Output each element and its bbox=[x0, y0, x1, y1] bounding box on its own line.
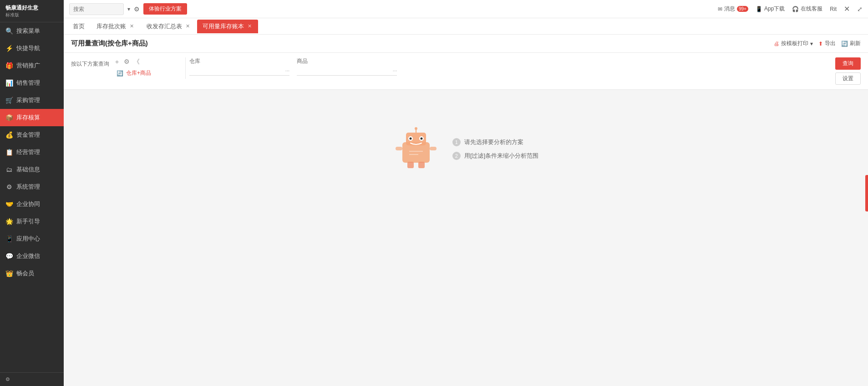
enterprise-icon: 🤝 bbox=[5, 201, 13, 208]
topbar-industry-btn[interactable]: 体验行业方案 bbox=[143, 3, 187, 15]
sidebar-item-shortcut[interactable]: ⚡ 快捷导航 bbox=[0, 40, 64, 57]
tab-batch[interactable]: 库存批次账✕ bbox=[91, 20, 140, 33]
scheme-item-warehouse-product[interactable]: 🔄 仓库+商品 bbox=[113, 67, 182, 79]
shortcut-icon: ⚡ bbox=[5, 45, 13, 52]
tip-text-1: 请先选择要分析的方案 bbox=[464, 138, 523, 146]
sidebar-label-shortcut: 快捷导航 bbox=[16, 44, 40, 52]
page-content: 可用量查询(按仓库+商品) 🖨 按模板打印 ▾ ⬆ 导出 🔄 刷新 bbox=[64, 35, 868, 386]
tab-close-available[interactable]: ✕ bbox=[247, 23, 253, 29]
topbar-expand-btn[interactable]: ⤢ bbox=[857, 5, 863, 13]
sidebar-item-finance[interactable]: 💰 资金管理 bbox=[0, 126, 64, 144]
sidebar-item-sales[interactable]: 📊 销售管理 bbox=[0, 74, 64, 92]
collapse-scheme-btn[interactable]: 《 bbox=[132, 57, 141, 66]
topbar-dropdown-btn[interactable]: ▾ bbox=[127, 6, 130, 12]
product-more-btn[interactable]: ··· bbox=[393, 68, 397, 73]
sidebar-label-search: 搜索菜单 bbox=[16, 27, 40, 35]
svg-rect-8 bbox=[396, 147, 402, 150]
filter-area: 按以下方案查询 ＋ ⚙ 《 🔄 仓库+商品 仓库 bbox=[64, 53, 868, 90]
sidebar-item-appcenter[interactable]: 📱 应用中心 bbox=[0, 230, 64, 247]
add-scheme-btn[interactable]: ＋ bbox=[113, 57, 121, 66]
sidebar-header: 畅康通好生意 标准版 bbox=[0, 0, 64, 22]
topbar-app-btn[interactable]: 📱 App下载 bbox=[756, 5, 785, 13]
sidebar-item-newguide[interactable]: 🌟 新手引导 bbox=[0, 213, 64, 230]
filter-field-product: 商品 ··· bbox=[297, 57, 397, 76]
print-icon: 🖨 bbox=[774, 41, 779, 47]
config-scheme-btn[interactable]: ⚙ bbox=[123, 57, 131, 66]
tabs-bar: 首页库存批次账✕收发存汇总表✕可用量库存账本✕ bbox=[64, 18, 868, 35]
filter-actions: 查询 设置 bbox=[835, 57, 861, 85]
tab-close-batch[interactable]: ✕ bbox=[129, 23, 135, 29]
sidebar-item-search[interactable]: 🔍 搜索菜单 bbox=[0, 22, 64, 40]
search-icon: 🔍 bbox=[5, 27, 13, 35]
sidebar-item-marketing[interactable]: 🎁 营销推广 bbox=[0, 57, 64, 74]
app-logo-sub: 标准版 bbox=[5, 12, 58, 18]
scheme-icon: 🔄 bbox=[117, 70, 123, 77]
tip-num-2: 2 bbox=[452, 152, 461, 160]
settings-icon: ⚙ bbox=[5, 376, 10, 382]
sidebar-label-newguide: 新手引导 bbox=[16, 217, 40, 226]
sidebar-item-member[interactable]: 👑 畅会员 bbox=[0, 265, 64, 282]
svg-rect-9 bbox=[430, 147, 437, 150]
refresh-label: 刷新 bbox=[850, 40, 861, 47]
product-input[interactable] bbox=[297, 67, 391, 74]
print-btn[interactable]: 🖨 按模板打印 ▾ bbox=[774, 40, 813, 47]
sidebar-label-marketing: 营销推广 bbox=[16, 62, 40, 70]
filter-field-warehouse: 仓库 ··· bbox=[189, 57, 289, 76]
tip-text-2: 用[过滤]条件来缩小分析范围 bbox=[464, 152, 538, 160]
topbar-user[interactable]: Rit bbox=[830, 6, 837, 12]
print-label: 按模板打印 bbox=[781, 40, 808, 47]
tab-label-home: 首页 bbox=[73, 22, 85, 31]
topbar: ▾ ⚙ 体验行业方案 ✉ 消息 99+ 📱 App下载 🎧 在线客服 Rit ✕… bbox=[64, 0, 868, 18]
main-area: ▾ ⚙ 体验行业方案 ✉ 消息 99+ 📱 App下载 🎧 在线客服 Rit ✕… bbox=[64, 0, 868, 386]
topbar-service-btn[interactable]: 🎧 在线客服 bbox=[792, 5, 822, 13]
settings-btn[interactable]: 设置 bbox=[835, 72, 861, 85]
empty-state-icon bbox=[393, 126, 439, 172]
svg-point-7 bbox=[415, 127, 417, 130]
sidebar-item-inventory[interactable]: 📦 库存核算 bbox=[0, 109, 64, 126]
topbar-close-btn[interactable]: ✕ bbox=[844, 5, 850, 13]
filter-label: 按以下方案查询 bbox=[71, 57, 109, 68]
export-label: 导出 bbox=[825, 40, 836, 47]
export-icon: ⬆ bbox=[818, 41, 823, 47]
sidebar-label-inventory: 库存核算 bbox=[16, 113, 40, 122]
finance-icon: 💰 bbox=[5, 131, 13, 139]
filter-scheme-actions: ＋ ⚙ 《 bbox=[113, 57, 182, 66]
print-dropdown-icon: ▾ bbox=[810, 41, 813, 47]
topbar-gear-btn[interactable]: ⚙ bbox=[134, 5, 140, 13]
filter-fields: 仓库 ··· 商品 ··· bbox=[189, 57, 832, 76]
tab-available[interactable]: 可用量库存账本✕ bbox=[197, 20, 258, 33]
sidebar-item-purchase[interactable]: 🛒 采购管理 bbox=[0, 92, 64, 109]
sidebar-label-sales: 销售管理 bbox=[16, 79, 40, 87]
sidebar-item-system[interactable]: ⚙ 系统管理 bbox=[0, 178, 64, 196]
tip-num-1: 1 bbox=[452, 138, 461, 146]
sidebar-label-system: 系统管理 bbox=[16, 183, 40, 191]
newguide-icon: 🌟 bbox=[5, 218, 13, 225]
marketing-icon: 🎁 bbox=[5, 62, 13, 69]
sidebar-item-enterprise[interactable]: 🤝 企业协同 bbox=[0, 196, 64, 213]
query-btn[interactable]: 查询 bbox=[835, 57, 861, 70]
refresh-btn[interactable]: 🔄 刷新 bbox=[841, 40, 861, 47]
warehouse-more-btn[interactable]: ··· bbox=[285, 68, 289, 73]
sidebar-item-operation[interactable]: 📋 经营管理 bbox=[0, 144, 64, 161]
export-btn[interactable]: ⬆ 导出 bbox=[818, 40, 836, 47]
msg-icon: ✉ bbox=[718, 6, 722, 12]
sidebar-footer[interactable]: ⚙ bbox=[0, 372, 64, 386]
sidebar-item-basic[interactable]: 🗂 基础信息 bbox=[0, 161, 64, 178]
tab-home[interactable]: 首页 bbox=[67, 20, 90, 33]
sidebar-label-purchase: 采购管理 bbox=[16, 96, 40, 104]
svg-rect-11 bbox=[418, 162, 425, 168]
empty-tips: 1 请先选择要分析的方案 2 用[过滤]条件来缩小分析范围 bbox=[452, 138, 538, 160]
warehouse-input[interactable] bbox=[189, 67, 284, 74]
product-field-input: ··· bbox=[297, 66, 397, 76]
page-title: 可用量查询(按仓库+商品) bbox=[71, 39, 148, 48]
topbar-search-input[interactable] bbox=[69, 3, 124, 15]
warehouse-field-input: ··· bbox=[189, 66, 289, 76]
tab-summary[interactable]: 收发存汇总表✕ bbox=[141, 20, 196, 33]
topbar-msg-btn[interactable]: ✉ 消息 99+ bbox=[718, 5, 748, 13]
sidebar: 畅康通好生意 标准版 🔍 搜索菜单⚡ 快捷导航🎁 营销推广📊 销售管理🛒 采购管… bbox=[0, 0, 64, 386]
system-icon: ⚙ bbox=[5, 183, 13, 190]
sidebar-item-weixin[interactable]: 💬 企业微信 bbox=[0, 247, 64, 265]
svg-rect-10 bbox=[407, 162, 414, 168]
product-field-label: 商品 bbox=[297, 57, 397, 65]
tab-close-summary[interactable]: ✕ bbox=[185, 23, 191, 29]
